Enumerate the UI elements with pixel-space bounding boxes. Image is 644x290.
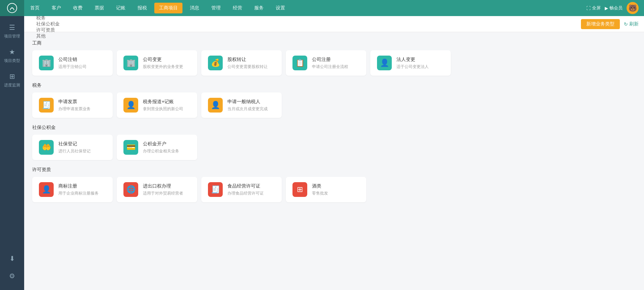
- card-title: 公司注册: [312, 57, 360, 63]
- card-info: 公司注册 申请公司注册全流程: [312, 57, 360, 70]
- nav-item-客户[interactable]: 客户: [46, 0, 67, 16]
- section-title: 工商: [32, 40, 636, 46]
- card-酒类[interactable]: ⊞ 酒类 零售批发: [286, 177, 366, 202]
- card-info: 食品经营许可证 办理食品经营许可证: [227, 183, 275, 196]
- card-社保登记[interactable]: 🤲 社保登记 进行人员社保登记: [32, 135, 113, 160]
- nav-item-票据[interactable]: 票据: [89, 0, 110, 16]
- nav-item-首页[interactable]: 首页: [24, 0, 46, 16]
- nav-item-经营[interactable]: 经营: [227, 0, 248, 16]
- nav-item-工商项目[interactable]: 工商项目: [154, 3, 182, 13]
- scroll-content[interactable]: 工商 🏢 公司注销 适用于注销公司 🏢 公司变更 股权变更外的业务变更 💰 股权…: [24, 32, 644, 290]
- card-info: 申请一般纳税人 当月或次月成变更完成: [227, 99, 275, 112]
- card-股权转让[interactable]: 💰 股权转让 公司变更需要股权转让: [201, 50, 282, 76]
- card-desc: 股权变更外的业务变更: [143, 64, 191, 70]
- card-info: 公司注销 适用于注销公司: [58, 57, 106, 70]
- card-title: 股权转让: [227, 57, 275, 63]
- add-business-type-button[interactable]: 新增业务类型: [581, 19, 620, 29]
- card-info: 申请发票 办理申请发票业务: [58, 99, 106, 112]
- card-公积金开户[interactable]: 💳 公积金开户 办理公积金相关业务: [117, 135, 197, 160]
- refresh-button[interactable]: ↻ 刷新: [624, 21, 639, 27]
- card-icon: 🧾: [39, 98, 54, 113]
- card-desc: 用于企业商标注册服务: [58, 191, 106, 196]
- card-desc: 申请公司注册全流程: [312, 64, 360, 70]
- section-社保公积金: 社保公积金 🤲 社保登记 进行人员社保登记 💳 公积金开户 办理公积金相关业务: [32, 125, 636, 160]
- card-info: 公司变更 股权变更外的业务变更: [143, 57, 191, 70]
- member-button[interactable]: ▶ 畅会员: [605, 5, 623, 11]
- card-icon: 🏢: [123, 56, 138, 70]
- card-title: 申请一般纳税人: [227, 99, 275, 105]
- card-title: 申请发票: [58, 99, 106, 105]
- card-title: 社保登记: [58, 141, 106, 147]
- sidebar-item-settings[interactable]: ⚙: [0, 267, 24, 285]
- card-desc: 进行人员社保登记: [58, 148, 106, 154]
- sidebar-item-项目类型[interactable]: ★ 项目类型: [3, 43, 21, 68]
- card-icon: 💳: [123, 140, 138, 155]
- sidebar-bottom: ⬇ ⚙: [0, 250, 24, 290]
- card-法人变更[interactable]: 👤 法人变更 适于公司变更法人: [370, 50, 451, 76]
- card-税务报道+记账[interactable]: 👤 税务报道+记账 拿到营业执照的新公司: [117, 92, 197, 118]
- card-desc: 公司变更需要股权转让: [227, 64, 275, 70]
- fullscreen-button[interactable]: ⛶ 全屏: [586, 5, 601, 11]
- nav-item-服务[interactable]: 服务: [248, 0, 270, 16]
- card-icon: 💰: [208, 56, 223, 70]
- card-desc: 适用于对外贸易经营者: [143, 191, 191, 196]
- card-申请发票[interactable]: 🧾 申请发票 办理申请发票业务: [32, 92, 113, 118]
- card-公司变更[interactable]: 🏢 公司变更 股权变更外的业务变更: [117, 50, 197, 76]
- sidebar-item-label: 项目类型: [4, 58, 20, 64]
- card-info: 进出口权办理 适用于对外贸易经营者: [143, 183, 191, 196]
- card-icon: 👤: [377, 56, 392, 70]
- tab-其他[interactable]: 其他: [30, 33, 66, 39]
- settings-icon: ⚙: [7, 271, 17, 281]
- tab-bar: 工商税务社保公积金许可资质其他 新增业务类型 ↻ 刷新: [24, 16, 644, 32]
- content-area: 工商税务社保公积金许可资质其他 新增业务类型 ↻ 刷新 工商 🏢 公司注销 适用…: [24, 16, 644, 290]
- sidebar-icon: ⊞: [7, 72, 17, 81]
- card-title: 公积金开户: [143, 141, 191, 147]
- logo: [0, 0, 24, 16]
- card-商标注册[interactable]: 👤 商标注册 用于企业商标注册服务: [32, 177, 113, 202]
- nav-item-消息[interactable]: 消息: [184, 0, 205, 16]
- card-icon: ⊞: [292, 182, 307, 197]
- card-title: 公司注销: [58, 57, 106, 63]
- card-info: 酒类 零售批发: [312, 183, 360, 196]
- section-税务: 税务 🧾 申请发票 办理申请发票业务 👤 税务报道+记账 拿到营业执照的新公司 …: [32, 82, 636, 118]
- tab-许可资质[interactable]: 许可资质: [30, 27, 66, 33]
- card-icon: 👤: [123, 98, 138, 113]
- card-desc: 办理食品经营许可证: [227, 191, 275, 196]
- avatar[interactable]: 🐻: [627, 2, 639, 14]
- card-desc: 适用于注销公司: [58, 64, 106, 70]
- sidebar-item-项目管理[interactable]: ☰ 项目管理: [3, 19, 21, 43]
- card-食品经营许可证[interactable]: 🧾 食品经营许可证 办理食品经营许可证: [201, 177, 282, 202]
- refresh-icon: ↻: [624, 21, 628, 27]
- section-许可资质: 许可资质 👤 商标注册 用于企业商标注册服务 🌐 进出口权办理 适用于对外贸易经…: [32, 167, 636, 202]
- nav-item-管理[interactable]: 管理: [205, 0, 227, 16]
- tab-社保公积金[interactable]: 社保公积金: [30, 21, 66, 27]
- section-title: 税务: [32, 82, 636, 88]
- card-desc: 当月或次月成变更完成: [227, 106, 275, 112]
- tab-税务[interactable]: 税务: [30, 16, 66, 21]
- card-公司注销[interactable]: 🏢 公司注销 适用于注销公司: [32, 50, 113, 76]
- card-desc: 办理公积金相关业务: [143, 148, 191, 154]
- top-navigation: 首页客户收费票据记账报税工商项目消息管理经营服务设置 ⛶ 全屏 ▶ 畅会员 🐻: [0, 0, 644, 16]
- card-info: 社保登记 进行人员社保登记: [58, 141, 106, 154]
- card-desc: 适于公司变更法人: [396, 64, 444, 70]
- card-icon: 🌐: [123, 182, 138, 197]
- nav-item-报税[interactable]: 报税: [131, 0, 153, 16]
- sidebar-icon: ☰: [7, 23, 17, 32]
- refresh-label: 刷新: [629, 21, 639, 27]
- nav-item-收费[interactable]: 收费: [67, 0, 89, 16]
- card-desc: 零售批发: [312, 191, 360, 196]
- nav-item-记账[interactable]: 记账: [110, 0, 131, 16]
- tab-items: 工商税务社保公积金许可资质其他: [30, 16, 66, 39]
- sidebar-item-download[interactable]: ⬇: [0, 250, 24, 267]
- card-进出口权办理[interactable]: 🌐 进出口权办理 适用于对外贸易经营者: [117, 177, 197, 202]
- card-info: 公积金开户 办理公积金相关业务: [143, 141, 191, 154]
- card-申请一般纳税人[interactable]: 👤 申请一般纳税人 当月或次月成变更完成: [201, 92, 282, 118]
- member-label: 畅会员: [609, 5, 623, 11]
- nav-item-设置[interactable]: 设置: [270, 0, 291, 16]
- card-info: 法人变更 适于公司变更法人: [396, 57, 444, 70]
- sidebar-item-进度监测[interactable]: ⊞ 进度监测: [3, 68, 21, 92]
- card-title: 酒类: [312, 183, 360, 189]
- card-公司注册[interactable]: 📋 公司注册 申请公司注册全流程: [286, 50, 366, 76]
- section-title: 许可资质: [32, 167, 636, 173]
- section-工商: 工商 🏢 公司注销 适用于注销公司 🏢 公司变更 股权变更外的业务变更 💰 股权…: [32, 40, 636, 76]
